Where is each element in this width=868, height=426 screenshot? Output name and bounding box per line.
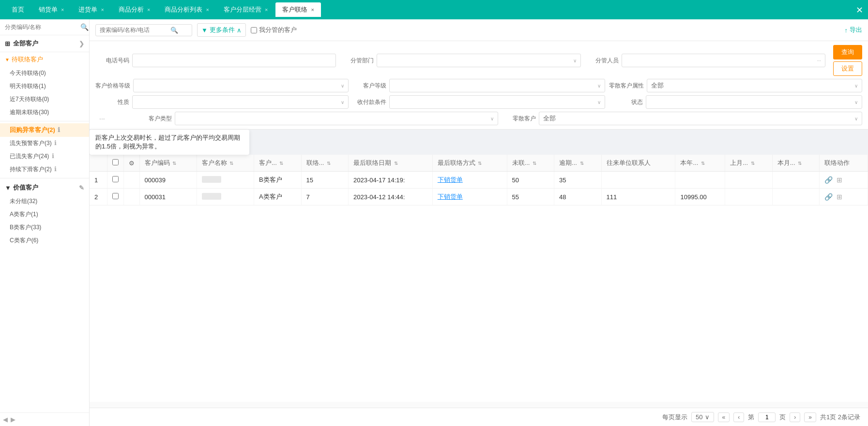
col-last-month-header: 上月... ⇅ xyxy=(725,155,773,172)
cell-contact: 7 xyxy=(301,189,349,206)
table-header-row: ⚙ 客户编码 ⇅ 客户名称 ⇅ 客户... ⇅ xyxy=(90,155,868,172)
nav-item-商品分析[interactable]: 商品分析 × xyxy=(112,2,157,17)
sidebar-section-pending[interactable]: ▼ 待联络客户 xyxy=(0,52,89,67)
page-unit: 页 xyxy=(779,413,786,422)
select-all-checkbox[interactable] xyxy=(112,159,119,165)
sidebar-value-item[interactable]: A类客户(1) xyxy=(0,208,89,221)
retail-customer-select[interactable]: 全部 ∨ xyxy=(539,112,862,125)
sidebar-item-abnormal-repurchase[interactable]: 回购异常客户(2) ℹ xyxy=(0,123,89,137)
filter-dept: 分管部门 ∨ xyxy=(340,54,580,67)
sidebar-value-item[interactable]: 未分组(32) xyxy=(0,195,89,208)
phone-input[interactable] xyxy=(132,54,336,67)
filter-status: 状态 ∨ xyxy=(609,95,862,109)
sidebar-pending-item[interactable]: 明天待联络(1) xyxy=(0,80,89,93)
col-index xyxy=(90,155,107,172)
nature-select[interactable]: ∨ xyxy=(132,95,349,109)
filter-icon: ▼ xyxy=(201,27,208,34)
table-row: 1000039B类客户152023-04-17 14:19:下销货单5035🔗⊞ xyxy=(90,172,868,189)
nav-close-icon[interactable]: × xyxy=(309,7,314,13)
sidebar-search-input[interactable] xyxy=(5,24,77,30)
col-last-method-header: 最后联络方式 ⇅ xyxy=(432,155,507,172)
sidebar-pending-item[interactable]: 逾期未联络(30) xyxy=(0,106,89,119)
last-method-link[interactable]: 下销货单 xyxy=(438,193,463,200)
sidebar-group-value-customers[interactable]: ▼ 价值客户 ✎ xyxy=(0,180,89,195)
value-customers-label: 价值客户 xyxy=(13,183,38,192)
action-link-icon[interactable]: 🔗 xyxy=(824,176,833,184)
sidebar-special-item[interactable]: 持续下滑客户(2) ℹ xyxy=(0,163,89,176)
nav-item-进货单[interactable]: 进货单 × xyxy=(72,2,110,17)
main-layout: 🔍 ⊞ 全部客户 ❯ ▼ 待联络客户 今天待联络(0)明天待联络(1)近7天待联… xyxy=(0,19,868,426)
chevron-down-icon-6: ∨ xyxy=(597,100,601,105)
sidebar-special-item[interactable]: 已流失客户(24) ℹ xyxy=(0,150,89,163)
nav-close-icon[interactable]: × xyxy=(204,7,209,13)
query-button[interactable]: 查询 xyxy=(833,45,862,59)
col-settings[interactable]: ⚙ xyxy=(123,155,139,172)
set-button[interactable]: 设置 xyxy=(833,61,862,76)
total-label: 共1页 2条记录 xyxy=(820,413,860,422)
window-close-button[interactable]: ✕ xyxy=(856,5,863,15)
sidebar-special-item[interactable]: 流失预警客户(3) ℹ xyxy=(0,137,89,150)
page-number-input[interactable] xyxy=(758,412,776,422)
sidebar-pending-item[interactable]: 近7天待联络(0) xyxy=(0,93,89,106)
export-button[interactable]: ↑ 导出 xyxy=(845,26,863,34)
nav-close-icon[interactable]: × xyxy=(146,7,150,13)
sidebar-value-item[interactable]: C类客户(6) xyxy=(0,234,89,247)
my-customer-checkbox[interactable] xyxy=(251,27,257,33)
dept-select[interactable]: ∨ xyxy=(377,54,580,67)
next-page-button[interactable]: › xyxy=(790,412,800,422)
status-select[interactable]: ∨ xyxy=(646,95,862,109)
my-customer-checkbox-wrap[interactable]: 我分管的客户 xyxy=(251,26,297,34)
more-options-button[interactable]: ··· xyxy=(95,113,109,124)
search-input[interactable] xyxy=(100,27,168,33)
cell-index: 2 xyxy=(90,189,107,206)
customer-type-select[interactable]: ∨ xyxy=(175,112,498,125)
retail-attr-select[interactable]: 全部 ∨ xyxy=(647,79,862,92)
pending-items-list: 今天待联络(0)明天待联络(1)近7天待联络(0)逾期未联络(30) xyxy=(0,67,89,119)
more-conditions-button[interactable]: ▼ 更多条件 ∧ xyxy=(197,23,246,37)
prev-page-button[interactable]: ‹ xyxy=(733,412,744,422)
last-page-button[interactable]: » xyxy=(804,412,816,422)
expand-sidebar-icon[interactable]: ▶ xyxy=(11,416,15,423)
cell-index: 1 xyxy=(90,172,107,189)
nav-item-客户分层经营[interactable]: 客户分层经营 × xyxy=(217,2,274,17)
nav-item-商品分析列表[interactable]: 商品分析列表 × xyxy=(158,2,215,17)
last-method-link[interactable]: 下销货单 xyxy=(438,176,463,183)
nav-close-icon[interactable]: × xyxy=(60,7,64,13)
cell-code: 000039 xyxy=(139,172,197,189)
manager-select[interactable]: ··· xyxy=(622,54,825,67)
customer-level-select[interactable]: ∨ xyxy=(389,79,606,92)
nav-close-icon[interactable]: × xyxy=(99,7,104,13)
sidebar-pending-item[interactable]: 今天待联络(0) xyxy=(0,67,89,80)
filter-row-2: 客户价格等级 ∨ 客户等级 ∨ 零散客户属性 全部 xyxy=(95,79,862,92)
cell-type: A类客户 xyxy=(254,189,301,206)
nav-item-客户联络[interactable]: 客户联络 × xyxy=(275,2,320,17)
collapse-sidebar-icon[interactable]: ◀ xyxy=(3,416,8,423)
sort-icon: ⇅ xyxy=(172,161,176,166)
nav-close-icon[interactable]: × xyxy=(263,7,268,13)
nav-item-首页[interactable]: 首页 xyxy=(5,2,31,17)
price-level-select[interactable]: ∨ xyxy=(133,79,349,92)
arrow-down-icon: ▼ xyxy=(5,57,10,62)
filter-retail-customer: 零散客户 全部 ∨ xyxy=(502,112,862,125)
first-page-button[interactable]: « xyxy=(718,412,730,422)
row-checkbox[interactable] xyxy=(112,176,119,182)
info-icon: ℹ xyxy=(53,165,57,173)
retail-customer-label: 零散客户 xyxy=(502,115,536,123)
row-checkbox[interactable] xyxy=(112,193,119,199)
phone-label: 电话号码 xyxy=(95,57,129,65)
action-menu-icon[interactable]: ⊞ xyxy=(837,176,842,184)
per-page-select[interactable]: 50 ∨ xyxy=(691,412,714,422)
collapse-icon[interactable]: ❯ xyxy=(79,40,84,47)
sidebar-value-item[interactable]: B类客户(33) xyxy=(0,221,89,234)
col-this-year-header: 本年... ⇅ xyxy=(675,155,725,172)
action-link-icon[interactable]: 🔗 xyxy=(824,193,833,201)
cell-name xyxy=(197,172,254,189)
action-menu-icon[interactable]: ⊞ xyxy=(837,193,842,201)
payment-select[interactable]: ∨ xyxy=(389,95,606,109)
edit-icon[interactable]: ✎ xyxy=(79,184,84,191)
nav-item-销货单[interactable]: 销货单 × xyxy=(32,2,71,17)
sidebar-all-customers[interactable]: ⊞ 全部客户 ❯ xyxy=(0,35,89,52)
bottom-scrollbar[interactable] xyxy=(90,402,868,408)
cell-code: 000031 xyxy=(139,189,197,206)
table-body: 1000039B类客户152023-04-17 14:19:下销货单5035🔗⊞… xyxy=(90,172,868,206)
